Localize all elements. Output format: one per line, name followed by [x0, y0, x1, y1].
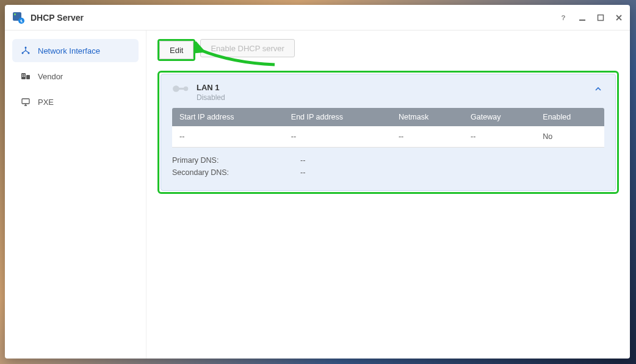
- col-start-ip: Start IP address: [172, 108, 284, 126]
- sidebar-item-label: Network Interface: [38, 46, 100, 55]
- cell-enabled: No: [535, 126, 604, 148]
- panel-highlight: LAN 1 Disabled Start IP address End IP a…: [157, 71, 619, 194]
- svg-rect-12: [24, 74, 25, 76]
- pxe-icon: [21, 97, 31, 107]
- sidebar-item-vendor[interactable]: Vendor: [12, 65, 139, 88]
- sidebar: Network Interface Vendor PXE: [5, 30, 146, 359]
- svg-rect-5: [598, 15, 604, 20]
- svg-rect-1: [14, 13, 16, 15]
- secondary-dns-value: --: [300, 168, 305, 177]
- main-area: Network Interface Vendor PXE Edit Ena: [5, 30, 630, 359]
- svg-text:?: ?: [562, 14, 566, 21]
- enable-dhcp-button[interactable]: Enable DHCP server: [200, 39, 294, 57]
- minimize-icon[interactable]: [579, 14, 586, 21]
- interface-panel: LAN 1 Disabled Start IP address End IP a…: [161, 74, 616, 191]
- sidebar-item-label: Vendor: [38, 72, 63, 81]
- titlebar: DHCP Server ?: [5, 5, 630, 30]
- svg-rect-18: [178, 88, 186, 90]
- interface-name: LAN 1: [197, 83, 225, 92]
- window-title: DHCP Server: [31, 13, 559, 23]
- svg-rect-15: [22, 99, 29, 104]
- svg-rect-13: [23, 76, 24, 77]
- connection-icon: [172, 84, 190, 95]
- cell-start-ip: --: [172, 126, 284, 148]
- edit-highlight: Edit: [157, 39, 195, 61]
- col-netmask: Netmask: [391, 108, 463, 126]
- cell-gateway: --: [463, 126, 535, 148]
- ip-range-table: Start IP address End IP address Netmask …: [172, 108, 604, 148]
- chevron-up-icon[interactable]: [592, 83, 604, 97]
- maximize-icon[interactable]: [597, 14, 604, 21]
- sidebar-item-network-interface[interactable]: Network Interface: [12, 39, 139, 62]
- primary-dns-label: Primary DNS:: [172, 156, 300, 165]
- panel-header[interactable]: LAN 1 Disabled: [172, 83, 604, 102]
- sidebar-item-label: PXE: [38, 98, 54, 107]
- interface-status: Disabled: [197, 93, 225, 102]
- svg-rect-11: [23, 74, 24, 76]
- cell-end-ip: --: [284, 126, 391, 148]
- col-enabled: Enabled: [535, 108, 604, 126]
- content: Edit Enable DHCP server: [146, 30, 630, 359]
- vendor-icon: [21, 71, 31, 81]
- dns-block: Primary DNS: -- Secondary DNS: --: [172, 156, 604, 177]
- help-icon[interactable]: ?: [559, 13, 568, 22]
- cell-netmask: --: [391, 126, 463, 148]
- app-icon: [12, 12, 24, 24]
- col-end-ip: End IP address: [284, 108, 391, 126]
- svg-rect-4: [579, 20, 585, 21]
- toolbar: Edit Enable DHCP server: [157, 39, 619, 61]
- table-row[interactable]: -- -- -- -- No: [172, 126, 604, 148]
- svg-rect-14: [24, 76, 25, 77]
- close-icon[interactable]: [615, 14, 623, 21]
- svg-rect-9: [21, 73, 26, 79]
- app-window: DHCP Server ? Network Interface: [5, 5, 630, 359]
- svg-rect-10: [26, 75, 30, 79]
- network-icon: [21, 46, 31, 55]
- secondary-dns-label: Secondary DNS:: [172, 168, 300, 177]
- col-gateway: Gateway: [463, 108, 535, 126]
- primary-dns-value: --: [300, 156, 305, 165]
- edit-button[interactable]: Edit: [159, 41, 193, 59]
- sidebar-item-pxe[interactable]: PXE: [12, 90, 139, 113]
